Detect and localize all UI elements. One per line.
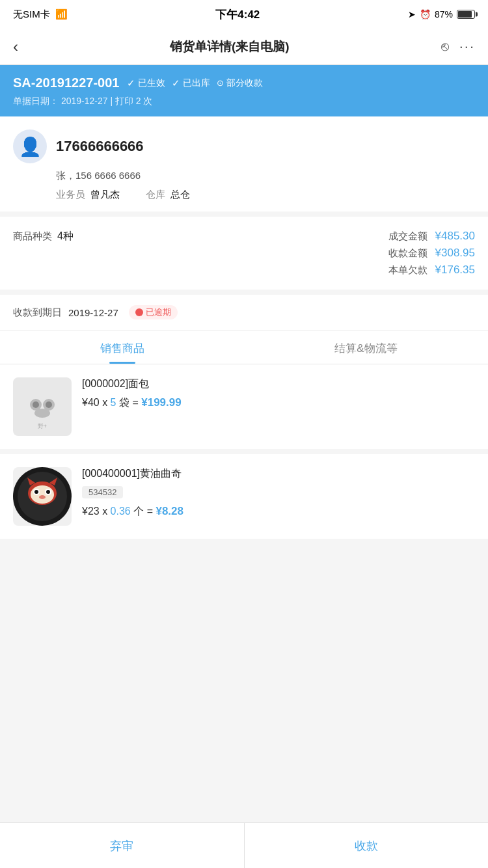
due-date-section: 收款到期日 2019-12-27 已逾期 — [0, 295, 488, 331]
collect-payment-button[interactable]: 收款 — [245, 823, 489, 868]
summary-amounts: 成交金额 ¥485.30 收款金额 ¥308.95 本单欠款 ¥176.35 — [388, 230, 475, 277]
status-badges: ✓ 已生效 ✓ 已出库 ⊙ 部分收款 — [127, 77, 263, 89]
tabs-bar: 销售商品 结算&物流等 — [0, 331, 488, 364]
customer-meta: 业务员 曾凡杰 仓库 总仓 — [13, 189, 475, 201]
status-active-badge: ✓ 已生效 — [127, 77, 165, 89]
product-card: 野+ [0000002]面包 ¥40 x 5 袋 = ¥199.99 — [0, 364, 488, 449]
svg-point-4 — [46, 401, 52, 408]
order-date-info: 单据日期： 2019-12-27 | 打印 2 次 — [13, 96, 475, 107]
warehouse-meta: 仓库 总仓 — [146, 189, 190, 201]
product-info: [000400001]黄油曲奇 534532 ¥23 x 0.36 个 = ¥8… — [82, 467, 475, 519]
summary-row: 商品种类 4种 成交金额 ¥485.30 收款金额 ¥308.95 本单欠款 ¥… — [13, 230, 475, 277]
svg-point-15 — [39, 495, 46, 499]
kinds-info: 商品种类 4种 — [13, 230, 74, 243]
debt-amount-row: 本单欠款 ¥176.35 — [388, 264, 475, 277]
status-left: 无SIM卡 📶 — [13, 8, 68, 21]
reject-button[interactable]: 弃审 — [0, 823, 245, 868]
product-info: [0000002]面包 ¥40 x 5 袋 = ¥199.99 — [82, 377, 475, 410]
product-pricing: ¥23 x 0.36 个 = ¥8.28 — [82, 505, 475, 519]
page-title: 销货单详情(来自电脑) — [170, 38, 290, 55]
summary-left: 商品种类 4种 — [13, 230, 74, 243]
status-shipped-badge: ✓ 已出库 — [172, 77, 210, 89]
overdue-dot-icon — [135, 308, 143, 316]
person-icon: 👤 — [19, 136, 42, 157]
product-thumbnail: 野+ — [13, 377, 72, 436]
wifi-icon: 📶 — [55, 8, 68, 20]
status-partial-badge: ⊙ 部分收款 — [217, 77, 263, 89]
overdue-badge: 已逾期 — [129, 305, 178, 319]
status-time: 下午4:42 — [215, 7, 260, 22]
received-amount-row: 收款金额 ¥308.95 — [388, 247, 475, 260]
summary-section: 商品种类 4种 成交金额 ¥485.30 收款金额 ¥308.95 本单欠款 ¥… — [0, 217, 488, 290]
avatar: 👤 — [13, 129, 47, 163]
status-right: ➤ ⏰ 87% — [408, 9, 475, 20]
svg-text:野+: 野+ — [38, 423, 47, 429]
more-icon[interactable]: ··· — [459, 38, 475, 55]
products-section: 野+ [0000002]面包 ¥40 x 5 袋 = ¥199.99 — [0, 364, 488, 596]
product-name: [000400001]黄油曲奇 — [82, 467, 475, 481]
order-id: SA-20191227-001 — [13, 75, 119, 90]
svg-point-14 — [46, 490, 50, 494]
customer-phone: 17666666666 — [56, 138, 144, 155]
customer-section: 👤 17666666666 张，156 6666 6666 业务员 曾凡杰 仓库… — [0, 116, 488, 211]
trade-amount-row: 成交金额 ¥485.30 — [388, 230, 475, 243]
share-icon[interactable]: ⎋ — [441, 39, 449, 54]
sales-person-meta: 业务员 曾凡杰 — [56, 189, 120, 201]
battery-text: 87% — [435, 9, 453, 20]
tab-sales-products[interactable]: 销售商品 — [0, 331, 244, 364]
due-label: 收款到期日 — [13, 306, 62, 319]
battery-icon — [457, 10, 475, 19]
nav-bar: ‹ 销货单详情(来自电脑) ⎋ ··· — [0, 29, 488, 65]
alarm-icon: ⏰ — [420, 9, 431, 20]
clock-icon: ⊙ — [217, 78, 224, 88]
status-bar: 无SIM卡 📶 下午4:42 ➤ ⏰ 87% — [0, 0, 488, 29]
product-card: [000400001]黄油曲奇 534532 ¥23 x 0.36 个 = ¥8… — [0, 454, 488, 539]
svg-point-3 — [33, 401, 39, 408]
carrier-text: 无SIM卡 — [13, 8, 50, 21]
product-name: [0000002]面包 — [82, 377, 475, 391]
product-thumbnail — [13, 467, 72, 526]
svg-point-10 — [31, 485, 54, 504]
product-sku: 534532 — [82, 486, 123, 498]
check-icon-1: ✓ — [127, 77, 135, 89]
bottom-bar: 弃审 收款 — [0, 822, 488, 868]
check-icon-2: ✓ — [172, 77, 180, 89]
svg-point-13 — [34, 490, 38, 494]
order-id-row: SA-20191227-001 ✓ 已生效 ✓ 已出库 ⊙ 部分收款 — [13, 75, 475, 90]
svg-point-5 — [34, 409, 50, 418]
product-pricing: ¥40 x 5 袋 = ¥199.99 — [82, 396, 475, 410]
due-date-value: 2019-12-27 — [68, 307, 118, 318]
customer-name: 张，156 6666 6666 — [13, 170, 475, 182]
order-header-banner: SA-20191227-001 ✓ 已生效 ✓ 已出库 ⊙ 部分收款 单据日期：… — [0, 65, 488, 116]
tab-settlement[interactable]: 结算&物流等 — [244, 331, 488, 364]
customer-row: 👤 17666666666 — [13, 129, 475, 163]
nav-actions: ⎋ ··· — [441, 38, 475, 55]
back-button[interactable]: ‹ — [13, 38, 18, 56]
location-icon: ➤ — [408, 9, 416, 20]
